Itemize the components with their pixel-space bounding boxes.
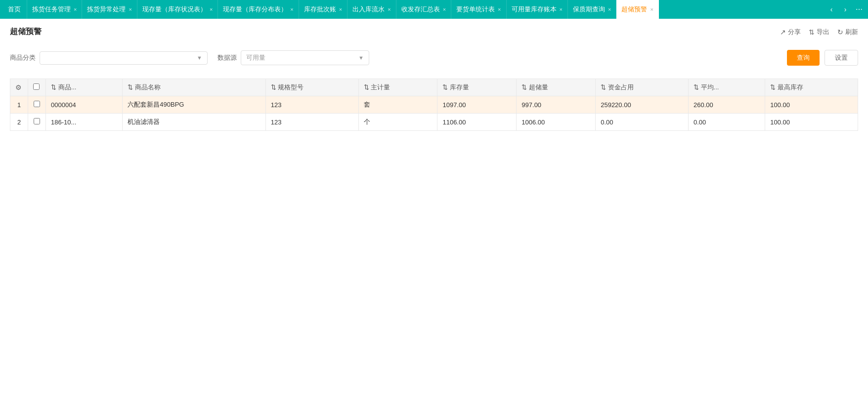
- category-filter-group: 商品分类 ▼: [10, 51, 208, 65]
- header-actions: ↗ 分享 ⇅ 导出 ↻ 刷新: [780, 28, 858, 37]
- datasource-chevron-icon: ▼: [358, 55, 364, 61]
- page-header: 超储预警 ↗ 分享 ⇅ 导出 ↻ 刷新: [10, 27, 858, 37]
- row-number-2: 2: [10, 114, 28, 131]
- tab-close-collect[interactable]: ×: [443, 6, 446, 12]
- row-sku-name-1: 六配套新昌490BPG: [123, 96, 266, 114]
- export-button[interactable]: ⇅ 导出: [809, 28, 829, 37]
- tab-close-overstock[interactable]: ×: [650, 6, 653, 12]
- tab-overstock[interactable]: 超储预警 ×: [616, 0, 658, 19]
- row-capital-1: 259220.00: [596, 96, 689, 114]
- category-chevron-icon: ▼: [197, 55, 202, 61]
- refresh-button[interactable]: ↻ 刷新: [837, 28, 858, 37]
- query-button[interactable]: 查询: [787, 50, 820, 66]
- col-overstock-header[interactable]: ⇅ 超储量: [517, 79, 596, 96]
- row-sku-name-2: 机油滤清器: [123, 114, 266, 131]
- share-icon: ↗: [780, 28, 786, 36]
- row-sku-code-1: 0000004: [46, 96, 123, 114]
- row-sku-code-2: 186-10...: [46, 114, 123, 131]
- filter-actions: 查询 设置: [787, 50, 858, 66]
- row-spec-2: 123: [265, 114, 358, 131]
- refresh-icon: ↻: [837, 28, 843, 36]
- tab-batch[interactable]: 库存批次账 ×: [299, 0, 347, 19]
- page-title: 超储预警: [10, 27, 42, 37]
- nav-arrow-right[interactable]: ›: [838, 0, 852, 19]
- row-capital-2: 0.00: [596, 114, 689, 131]
- tab-quality[interactable]: 保质期查询 ×: [568, 0, 616, 19]
- row-select-2[interactable]: [34, 118, 40, 124]
- col-sku-name-header[interactable]: ⇅ 商品名称: [123, 79, 266, 96]
- row-stock-1: 1097.00: [437, 96, 517, 114]
- datasource-select[interactable]: 可用量 ▼: [241, 50, 369, 65]
- row-max-stock-1: 100.00: [765, 96, 858, 114]
- tab-abnormal[interactable]: 拣货异常处理 ×: [82, 0, 137, 19]
- row-spec-1: 123: [265, 96, 358, 114]
- col-sku-code-header[interactable]: ⇅ 商品...: [46, 79, 123, 96]
- nav-arrows: ‹ › ⋯: [825, 0, 866, 19]
- row-number-1: 1: [10, 96, 28, 114]
- col-stock-header[interactable]: ⇅ 库存量: [437, 79, 517, 96]
- table-row: 2 186-10... 机油滤清器 123 个 1106.00 1006.00 …: [10, 114, 858, 131]
- row-checkbox-1: [28, 96, 46, 114]
- tab-close-quality[interactable]: ×: [608, 6, 611, 12]
- row-unit-2: 个: [358, 114, 437, 131]
- row-avg-2: 0.00: [688, 114, 765, 131]
- row-select-1[interactable]: [34, 101, 40, 107]
- tab-order-stat[interactable]: 要货单统计表 ×: [451, 0, 506, 19]
- tab-collect[interactable]: 收发存汇总表 ×: [396, 0, 451, 19]
- row-checkbox-2: [28, 114, 46, 131]
- col-checkbox-header: [28, 79, 46, 96]
- datasource-label: 数据源: [217, 53, 237, 62]
- tab-close-rakugo[interactable]: ×: [74, 6, 77, 12]
- tab-close-inv-dist[interactable]: ×: [290, 6, 293, 12]
- tab-inventory-status[interactable]: 现存量（库存状况表） ×: [137, 0, 218, 19]
- row-stock-2: 1106.00: [437, 114, 517, 131]
- data-table: ⚙ ⇅ 商品... ⇅ 商品名称 ⇅ 规格型号 ⇅: [10, 79, 858, 131]
- settings-gear-icon[interactable]: ⚙: [15, 83, 22, 91]
- datasource-filter-group: 数据源 可用量 ▼: [217, 50, 369, 65]
- col-avg-header[interactable]: ⇅ 平均...: [688, 79, 765, 96]
- tab-inout[interactable]: 出入库流水 ×: [347, 0, 396, 19]
- col-settings-header: ⚙: [10, 79, 28, 96]
- row-overstock-2: 1006.00: [517, 114, 596, 131]
- col-spec-header[interactable]: ⇅ 规格型号: [265, 79, 358, 96]
- share-button[interactable]: ↗ 分享: [780, 28, 801, 37]
- nav-arrow-more[interactable]: ⋯: [852, 0, 866, 19]
- tab-rakugo[interactable]: 拣货任务管理 ×: [27, 0, 82, 19]
- col-max-header[interactable]: ⇅ 最高库存: [765, 79, 858, 96]
- tab-avail-stock[interactable]: 可用量库存账本 ×: [507, 0, 568, 19]
- settings-button[interactable]: 设置: [825, 50, 858, 66]
- row-avg-1: 260.00: [688, 96, 765, 114]
- row-overstock-1: 997.00: [517, 96, 596, 114]
- category-select[interactable]: ▼: [40, 51, 208, 65]
- table-header-row: ⚙ ⇅ 商品... ⇅ 商品名称 ⇅ 规格型号 ⇅: [10, 79, 858, 96]
- top-navigation: 首页 拣货任务管理 × 拣货异常处理 × 现存量（库存状况表） × 现存量（库存…: [0, 0, 868, 19]
- tab-close-inout[interactable]: ×: [388, 6, 391, 12]
- export-icon: ⇅: [809, 28, 815, 36]
- col-capital-header[interactable]: ⇅ 资金占用: [596, 79, 689, 96]
- category-label: 商品分类: [10, 53, 36, 62]
- col-unit-header[interactable]: ⇅ 主计量: [358, 79, 437, 96]
- tab-close-batch[interactable]: ×: [339, 6, 342, 12]
- tab-inventory-dist[interactable]: 现存量（库存分布表） ×: [218, 0, 299, 19]
- tab-close-inv-status[interactable]: ×: [210, 6, 213, 12]
- row-unit-1: 套: [358, 96, 437, 114]
- row-max-stock-2: 100.00: [765, 114, 858, 131]
- table-row: 1 0000004 六配套新昌490BPG 123 套 1097.00 997.…: [10, 96, 858, 114]
- tab-close-avail[interactable]: ×: [560, 6, 563, 12]
- select-all-checkbox[interactable]: [33, 83, 40, 90]
- tab-close-order[interactable]: ×: [498, 6, 501, 12]
- nav-home[interactable]: 首页: [2, 0, 27, 19]
- page-content: 超储预警 ↗ 分享 ⇅ 导出 ↻ 刷新 商品分类 ▼ 数据源: [0, 19, 868, 395]
- tab-close-abnormal[interactable]: ×: [129, 6, 131, 12]
- filter-row: 商品分类 ▼ 数据源 可用量 ▼ 查询 设置: [10, 45, 858, 71]
- nav-arrow-left[interactable]: ‹: [825, 0, 838, 19]
